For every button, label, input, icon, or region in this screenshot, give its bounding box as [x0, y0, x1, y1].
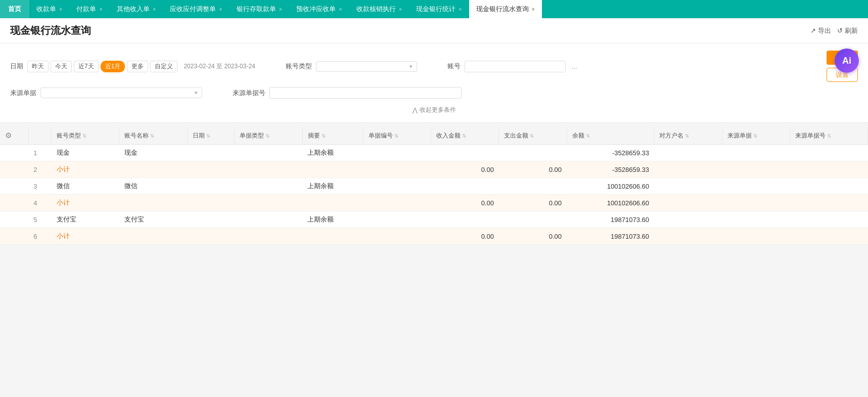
cell-income: 0.00: [431, 161, 499, 178]
col-source-doc[interactable]: 来源单据⇅: [722, 127, 790, 145]
date-btn-more[interactable]: 更多: [127, 61, 148, 72]
nav-tab-2[interactable]: 其他收入单 ×: [110, 0, 163, 18]
nav-tab-1-close[interactable]: ×: [99, 6, 102, 12]
cell-income: 0.00: [431, 228, 499, 245]
nav-tab-6-close[interactable]: ×: [399, 6, 402, 12]
page-header: 现金银行流水查询 ↗ 导出 ↺ 刷新: [0, 18, 868, 43]
account-type-label: 账号类型: [286, 62, 312, 71]
date-range: 2023-02-24 至 2023-03-24: [184, 62, 255, 71]
filter-area: 日期 昨天 今天 近7天 近1月 更多 自定义 2023-02-24 至 202…: [0, 43, 868, 123]
nav-tab-2-close[interactable]: ×: [153, 6, 156, 12]
nav-tab-5-close[interactable]: ×: [339, 6, 342, 12]
date-btn-custom[interactable]: 自定义: [150, 61, 177, 72]
sort-icon-source-doc-no: ⇅: [827, 133, 831, 139]
date-btn-yesterday[interactable]: 昨天: [27, 61, 49, 72]
collapse-bar[interactable]: ⋀ 收起更多条件: [10, 104, 858, 117]
filter-row-1: 日期 昨天 今天 近7天 近1月 更多 自定义 2023-02-24 至 202…: [10, 51, 858, 82]
col-account-name[interactable]: 账号名称⇅: [119, 127, 187, 145]
cell-row_num: 2: [28, 161, 52, 178]
date-btn-1month[interactable]: 近1月: [101, 61, 125, 72]
cell-balance: 19871073.60: [567, 228, 654, 245]
table-row: 4小计0.000.00100102606.60: [0, 195, 868, 211]
source-doc-filter-group: 来源单据 ▾: [10, 87, 202, 98]
col-summary[interactable]: 摘要⇅: [302, 127, 363, 145]
nav-tab-1[interactable]: 付款单 ×: [69, 0, 109, 18]
col-date[interactable]: 日期⇅: [187, 127, 235, 145]
col-doc-no[interactable]: 单据编号⇅: [363, 127, 431, 145]
cell-account_name: 现金: [119, 145, 187, 161]
cell-doc_type: [235, 211, 302, 228]
chevron-down-icon: ▾: [409, 63, 413, 70]
cell-doc_type: [235, 178, 302, 195]
cell-account_name: 支付宝: [119, 211, 187, 228]
cell-counterparty: [654, 195, 722, 211]
nav-tab-5[interactable]: 预收冲应收单 ×: [289, 0, 349, 18]
cell-expense: [499, 178, 567, 195]
more-dots[interactable]: ...: [572, 63, 577, 70]
cell-expense: 0.00: [499, 195, 567, 211]
date-filter-group: 日期 昨天 今天 近7天 近1月 更多 自定义 2023-02-24 至 202…: [10, 61, 255, 72]
col-account-type[interactable]: 账号类型⇅: [52, 127, 119, 145]
col-settings[interactable]: ⚙: [0, 127, 28, 145]
source-doc-chevron-icon: ▾: [195, 90, 198, 96]
nav-tab-4[interactable]: 银行存取款单 ×: [230, 0, 289, 18]
export-button[interactable]: ↗ 导出: [810, 26, 831, 35]
sort-icon-income: ⇅: [462, 133, 466, 139]
source-doc-no-input[interactable]: [269, 87, 462, 99]
cell-doc_type: [235, 145, 302, 161]
col-balance[interactable]: 余额⇅: [567, 127, 654, 145]
nav-tab-3[interactable]: 应收应付调整单 ×: [163, 0, 229, 18]
cell-income: [431, 178, 499, 195]
sort-icon-account-name: ⇅: [150, 133, 154, 139]
nav-tab-7-close[interactable]: ×: [459, 6, 462, 12]
table-settings-icon[interactable]: ⚙: [5, 131, 12, 140]
cell-date: [187, 161, 235, 178]
sort-icon-balance: ⇅: [586, 133, 590, 139]
col-income[interactable]: 收入金额⇅: [431, 127, 499, 145]
cell-source_doc: [722, 211, 790, 228]
cell-row_num: 6: [28, 228, 52, 245]
cell-doc_no: [363, 161, 431, 178]
col-rownum: [28, 127, 52, 145]
col-counterparty[interactable]: 对方户名⇅: [654, 127, 722, 145]
nav-tab-4-close[interactable]: ×: [279, 6, 282, 12]
cell-account_type: 小计: [52, 161, 119, 178]
cell-income: 0.00: [431, 195, 499, 211]
nav-tab-8[interactable]: 现金银行流水查询 ×: [469, 0, 542, 18]
cell-source_doc_no: [790, 161, 867, 178]
account-type-select[interactable]: ▾: [316, 61, 417, 72]
source-doc-no-label: 来源单据号: [233, 89, 265, 98]
nav-home[interactable]: 首页: [0, 0, 29, 18]
table-body: 1现金现金上期余额-3528659.332小计0.000.00-3528659.…: [0, 145, 868, 245]
refresh-icon: ↺: [837, 27, 843, 34]
col-expense[interactable]: 支出金额⇅: [499, 127, 567, 145]
filter-row-2: 来源单据 ▾ 来源单据号: [10, 87, 858, 99]
nav-tab-0-close[interactable]: ×: [59, 6, 62, 12]
table-header: ⚙ 账号类型⇅ 账号名称⇅ 日期⇅ 单据类型⇅ 摘要⇅ 单据编号⇅ 收入金额⇅ …: [0, 127, 868, 145]
nav-tab-7[interactable]: 现金银行统计 ×: [409, 0, 469, 18]
table-row: 1现金现金上期余额-3528659.33: [0, 145, 868, 161]
source-doc-select[interactable]: ▾: [40, 87, 202, 98]
nav-tab-3-close[interactable]: ×: [219, 6, 222, 12]
account-input[interactable]: [465, 61, 566, 72]
cell-account_type: 微信: [52, 178, 119, 195]
sort-icon-expense: ⇅: [530, 133, 534, 139]
cell-summary: 上期余额: [302, 145, 363, 161]
cell-doc_type: [235, 195, 302, 211]
col-doc-type[interactable]: 单据类型⇅: [235, 127, 302, 145]
nav-tab-8-close[interactable]: ×: [532, 6, 535, 12]
date-btn-today[interactable]: 今天: [51, 61, 72, 72]
cell-source_doc_no: [790, 145, 867, 161]
cell-summary: [302, 195, 363, 211]
nav-tab-6[interactable]: 收款核销执行 ×: [349, 0, 409, 18]
cell-doc_no: [363, 211, 431, 228]
nav-tab-0[interactable]: 收款单 ×: [29, 0, 69, 18]
refresh-button[interactable]: ↺ 刷新: [837, 26, 858, 35]
ai-badge[interactable]: Ai: [835, 49, 859, 73]
sort-icon-counterparty: ⇅: [685, 133, 689, 139]
cell-summary: 上期余额: [302, 211, 363, 228]
col-source-doc-no[interactable]: 来源单据号⇅: [790, 127, 867, 145]
date-btn-7days[interactable]: 近7天: [74, 61, 99, 72]
cell-settings: [0, 228, 28, 245]
cell-source_doc_no: [790, 178, 867, 195]
